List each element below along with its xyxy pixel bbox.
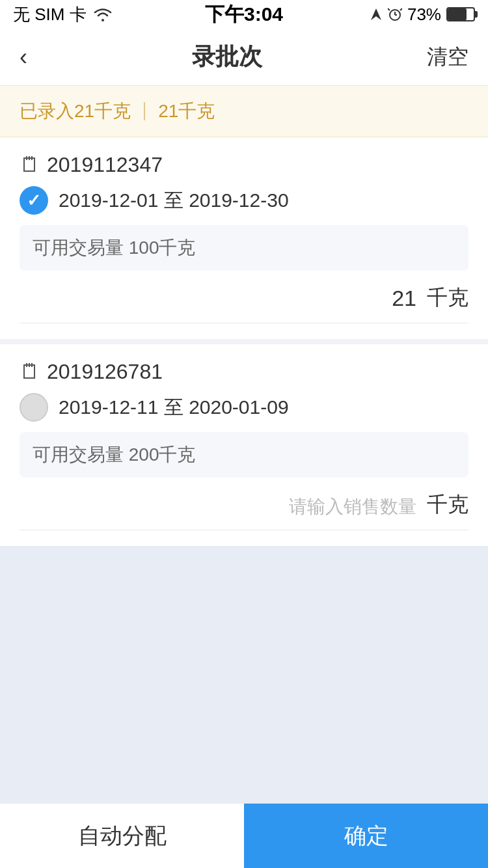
quantity-input-2[interactable] [286, 493, 416, 518]
batch-checkbox-2[interactable] [20, 393, 48, 422]
batch-date-row-1: ✓ 2019-12-01 至 2019-12-30 [20, 186, 468, 215]
status-bar-time: 下午3:04 [205, 1, 283, 28]
battery-icon [446, 7, 475, 21]
quantity-unit-1: 千克 [427, 284, 468, 312]
batch-header-1: 🗒 2019112347 [20, 153, 468, 177]
batch-date-2: 2019-12-11 至 2020-01-09 [59, 394, 289, 421]
status-bar: 无 SIM 卡 下午3:04 73% [0, 0, 488, 29]
gray-area [0, 546, 488, 832]
svg-line-3 [388, 8, 390, 10]
carrier-text: 无 SIM 卡 [13, 3, 87, 26]
checkmark-1: ✓ [27, 191, 41, 211]
confirm-button[interactable]: 确定 [244, 804, 488, 868]
quantity-unit-2: 千克 [427, 491, 468, 519]
back-button[interactable]: ‹ [20, 44, 27, 71]
batch-item-1: 🗒 2019112347 ✓ 2019-12-01 至 2019-12-30 可… [0, 137, 488, 339]
nav-bar: ‹ 录批次 清空 [0, 29, 488, 86]
location-icon [370, 7, 383, 21]
batch-date-1: 2019-12-01 至 2019-12-30 [59, 187, 289, 214]
quantity-input-1[interactable] [286, 286, 416, 311]
batch-checkbox-1[interactable]: ✓ [20, 186, 48, 215]
wifi-icon [93, 7, 113, 21]
bottom-buttons: 自动分配 确定 [0, 803, 488, 868]
battery-fill [448, 8, 467, 20]
summary-bar: 已录入21千克 21千克 [0, 86, 488, 137]
batch-quantity-row-2: 千克 [20, 491, 468, 530]
page-title: 录批次 [192, 41, 262, 73]
batch-available-1: 可用交易量 100千克 [20, 225, 468, 271]
batch-quantity-row-1: 千克 [20, 284, 468, 323]
clear-button[interactable]: 清空 [427, 43, 468, 72]
alarm-icon [388, 7, 402, 21]
batch-date-row-2: 2019-12-11 至 2020-01-09 [20, 393, 468, 422]
batch-item-2: 🗒 2019126781 2019-12-11 至 2020-01-09 可用交… [0, 339, 488, 546]
batch-id-1: 2019112347 [47, 153, 163, 177]
summary-divider [144, 102, 145, 120]
status-bar-left: 无 SIM 卡 [13, 3, 113, 26]
auto-distribute-button[interactable]: 自动分配 [0, 804, 244, 868]
battery-percent: 73% [407, 5, 441, 25]
batch-icon-1: 🗒 [20, 153, 40, 177]
batch-available-2: 可用交易量 200千克 [20, 432, 468, 478]
batch-header-2: 🗒 2019126781 [20, 360, 468, 384]
svg-line-4 [400, 8, 402, 10]
summary-label: 已录入21千克 [20, 99, 131, 124]
summary-value: 21千克 [158, 99, 215, 124]
status-bar-right: 73% [370, 5, 475, 25]
batch-icon-2: 🗒 [20, 360, 40, 384]
batch-id-2: 2019126781 [47, 360, 163, 384]
